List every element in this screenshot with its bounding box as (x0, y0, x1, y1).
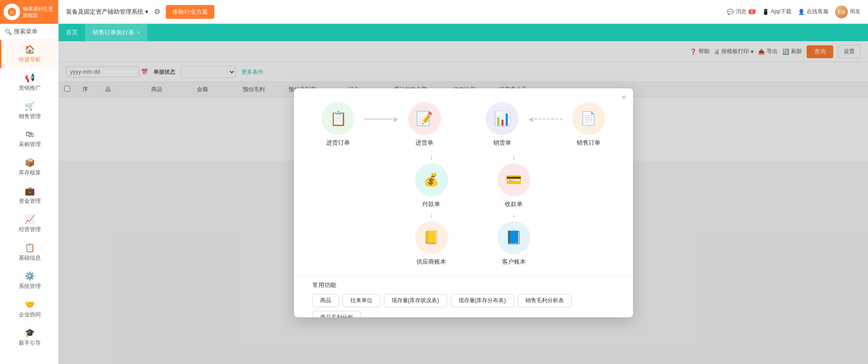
flow-top-row: 📋 进货订单 ▶ 📝 进货单 (312, 102, 615, 147)
flow-node-jinhuo-dan[interactable]: 📝 进货单 (399, 102, 450, 147)
logo-text: 畅康通好生意 旗舰版 (23, 5, 53, 19)
shoukuan-label: 收款单 (505, 200, 523, 208)
cf-buttons-row1: 商品 往来单位 现存量(库存状况表) 现存量(库存分布表) 销售毛利分析表 商品… (312, 294, 615, 317)
topbar: 装备及固定资产辅助管理系统 ▾ ⚙ 体验行业方案 💬 消息 6 📱 App下载 … (59, 0, 868, 24)
page-content: ❓ 帮助 🖨 按模板打印 ▾ 📤 导出 🔄 刷新 查询 设置 (59, 41, 868, 364)
tab-home[interactable]: 首页 (59, 24, 85, 41)
tabbar: 首页 销售订单执行表 × (59, 24, 868, 41)
system-selector[interactable]: 装备及固定资产辅助管理系统 ▾ (66, 8, 148, 16)
tab-sales-order-execution[interactable]: 销售订单执行表 × (85, 24, 147, 41)
finance-icon: 💼 (25, 186, 35, 196)
gongyingshang-label: 供应商账本 (416, 258, 446, 266)
app-download-button[interactable]: 📱 App下载 (762, 8, 792, 16)
cf-btn-sales-profit-analysis[interactable]: 销售毛利分析表 (518, 294, 572, 307)
sidebar-item-inventory[interactable]: 📦 库存核算 (0, 153, 58, 181)
main-area: 装备及固定资产辅助管理系统 ▾ ⚙ 体验行业方案 💬 消息 6 📱 App下载 … (59, 0, 868, 364)
sidebar-nav: 🏠 快捷导航 📢 营销推广 🛒 销售管理 🛍 采购管理 📦 库存核算 💼 资金管… (0, 40, 58, 364)
sidebar: 优 畅康通好生意 旗舰版 🔍 搜索菜单 🏠 快捷导航 📢 营销推广 🛒 销售管理… (0, 0, 59, 364)
flow-popup: × 📋 进货订单 ▶ (294, 88, 633, 317)
home-icon: 🏠 (25, 44, 35, 54)
popup-close-button[interactable]: × (622, 93, 627, 103)
kehu-label: 客户账本 (502, 258, 526, 266)
sidebar-logo: 优 畅康通好生意 旗舰版 (0, 0, 58, 24)
cf-btn-products[interactable]: 商品 (312, 294, 339, 307)
message-button[interactable]: 💬 消息 6 (727, 8, 756, 16)
arrow-jinhuo: ▶ (364, 115, 399, 123)
inventory-icon: 📦 (25, 158, 35, 168)
shoukuan-circle: 💳 (497, 163, 530, 196)
logo-icon: 优 (4, 4, 20, 20)
flow-node-gongyingshang[interactable]: 📒 供应商账本 (404, 221, 459, 266)
arrow-down-kehu: ↓ (512, 208, 516, 221)
xiaoshou-order-label: 销售订单 (577, 139, 601, 147)
sales-icon: 🛒 (25, 101, 35, 111)
service-icon: 👤 (798, 9, 805, 15)
flow-node-xiaoshou-order[interactable]: 📄 销售订单 (562, 102, 614, 147)
sidebar-item-quick-nav[interactable]: 🏠 快捷导航 (0, 40, 58, 68)
xiaohuo-label: 销货单 (493, 139, 511, 147)
arrow-down-fukuan: ↓ (430, 151, 433, 163)
jinhuo-dan-label: 进货单 (415, 139, 433, 147)
message-icon: 💬 (727, 9, 734, 15)
purchase-icon: 🛍 (26, 130, 34, 139)
flow-node-kehu[interactable]: 📘 客户账本 (486, 221, 541, 266)
topbar-right: 💬 消息 6 📱 App下载 👤 在线客服 Ea 用友 (727, 5, 861, 18)
fukuan-circle: 💰 (415, 163, 448, 196)
arrow-xiaoshou: ◀ (528, 115, 562, 123)
home-tab-label: 首页 (66, 28, 78, 37)
flow-node-xiaohuo[interactable]: 📊 销货单 (476, 102, 528, 147)
topbar-settings-icon[interactable]: ⚙ (154, 7, 160, 16)
svg-text:优: 优 (10, 11, 14, 15)
enterprise-icon: 🤝 (25, 299, 35, 310)
chevron-down-icon: ▾ (145, 8, 148, 15)
user-menu[interactable]: Ea 用友 (835, 5, 861, 18)
kehu-circle: 📘 (497, 221, 530, 254)
xiaohuo-circle: 📊 (486, 102, 519, 135)
common-functions: 常用功能 商品 往来单位 现存量(库存状况表) 现存量(库存分布表) 销售毛利分… (294, 275, 633, 317)
flow-mid-section: ↓ 💰 付款单 ↓ 📒 供应商账本 (312, 151, 615, 266)
newbie-icon: 🎓 (25, 328, 35, 338)
gongyingshang-circle: 📒 (415, 221, 448, 254)
fukuan-label: 付款单 (422, 200, 440, 208)
online-service-button[interactable]: 👤 在线客服 (798, 8, 829, 16)
sidebar-item-newbie[interactable]: 🎓 新手引导 (0, 323, 58, 352)
arrow-down-shoukuan: ↓ (512, 151, 516, 163)
sidebar-item-operations[interactable]: 📈 经营管理 (0, 210, 58, 238)
arrow-down-gongyingshang: ↓ (430, 208, 433, 221)
jinhuo-order-label: 进货订单 (326, 139, 350, 147)
flow-node-fukuan[interactable]: 💰 付款单 (404, 163, 459, 208)
xiaoshou-order-circle: 📄 (572, 102, 605, 135)
sidebar-item-finance[interactable]: 💼 资金管理 (0, 181, 58, 210)
basic-info-icon: 📋 (25, 243, 35, 253)
operations-icon: 📈 (25, 214, 35, 224)
experience-button[interactable]: 体验行业方案 (166, 5, 214, 19)
sidebar-item-sales[interactable]: 🛒 销售管理 (0, 97, 58, 125)
flow-diagram: 📋 进货订单 ▶ 📝 进货单 (294, 88, 633, 275)
marketing-icon: 📢 (25, 73, 35, 83)
tab-close-icon[interactable]: × (137, 29, 140, 36)
tab-label: 销售订单执行表 (93, 28, 134, 37)
system-icon: ⚙️ (25, 271, 35, 281)
sidebar-item-basic-info[interactable]: 📋 基础信息 (0, 238, 58, 266)
avatar: Ea (835, 5, 848, 18)
search-menu[interactable]: 🔍 搜索菜单 (0, 24, 58, 40)
sidebar-item-marketing[interactable]: 📢 营销推广 (0, 68, 58, 97)
download-icon: 📱 (762, 9, 769, 15)
jinhuo-dan-circle: 📝 (408, 102, 441, 135)
message-badge: 6 (748, 9, 756, 14)
search-icon: 🔍 (5, 28, 12, 35)
cf-btn-inventory-status[interactable]: 现存量(库存状况表) (384, 294, 447, 307)
flow-node-jinhuo-order[interactable]: 📋 进货订单 (312, 102, 364, 147)
cf-title: 常用功能 (312, 281, 615, 289)
sidebar-item-enterprise[interactable]: 🤝 企业协同 (0, 295, 58, 323)
sidebar-item-purchase[interactable]: 🛍 采购管理 (0, 125, 58, 153)
flow-node-shoukuan[interactable]: 💳 收款单 (486, 163, 541, 208)
cf-btn-inventory-distribution[interactable]: 现存量(库存分布表) (451, 294, 514, 307)
cf-btn-partners[interactable]: 往来单位 (343, 294, 380, 307)
sidebar-item-system[interactable]: ⚙️ 系统管理 (0, 266, 58, 295)
cf-btn-product-profit[interactable]: 商品毛利分析 (312, 311, 361, 317)
jinhuo-order-circle: 📋 (322, 102, 355, 135)
